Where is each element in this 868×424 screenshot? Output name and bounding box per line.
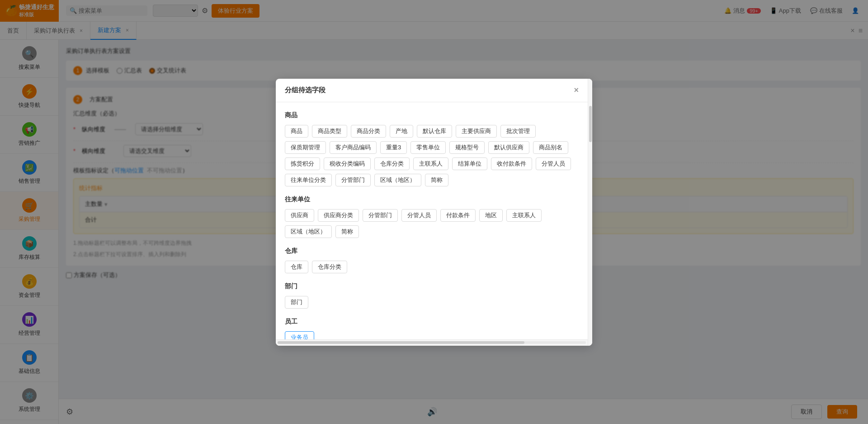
section-title-warehouse: 仓库 [285, 247, 579, 255]
field-tag[interactable]: 主联系人 [506, 209, 542, 222]
field-tag[interactable]: 结算单位 [452, 157, 487, 170]
field-tag[interactable]: 商品 [285, 125, 308, 138]
field-tag[interactable]: 区域（地区） [285, 225, 332, 238]
field-tag[interactable]: 分管人员 [536, 157, 571, 170]
field-tag[interactable]: 分管部门 [363, 209, 398, 222]
field-tag[interactable]: 客户商品编码 [330, 141, 377, 154]
modal-title: 分组待选字段 [285, 86, 326, 95]
field-tag[interactable]: 部门 [285, 296, 308, 309]
field-tag[interactable]: 仓库分类 [374, 157, 410, 170]
field-tag[interactable]: 区域（地区） [374, 174, 421, 186]
field-tag[interactable]: 重量3 [380, 141, 407, 154]
field-tag[interactable]: 税收分类编码 [324, 157, 371, 170]
field-tag[interactable]: 供应商 [285, 209, 314, 222]
warehouse-fields: 仓库 仓库分类 [285, 261, 579, 273]
field-tag[interactable]: 默认仓库 [417, 125, 452, 138]
dept-fields: 部门 [285, 296, 579, 309]
field-tag[interactable]: 简称 [335, 225, 359, 238]
modal-body: 商品 商品 商品类型 商品分类 产地 默认仓库 主要供应商 批次管理 保质期管理… [276, 102, 588, 339]
field-tag[interactable]: 往来单位分类 [285, 174, 332, 186]
field-tag[interactable]: 批次管理 [500, 125, 536, 138]
field-tag[interactable]: 供应商分类 [318, 209, 359, 222]
field-tag[interactable]: 拣货积分 [285, 157, 320, 170]
field-tag[interactable]: 业务员 [285, 331, 314, 339]
field-tag[interactable]: 产地 [390, 125, 413, 138]
section-title-goods: 商品 [285, 111, 579, 119]
modal-header: 分组待选字段 × [276, 79, 588, 102]
field-tag[interactable]: 简称 [425, 174, 448, 186]
field-tag[interactable]: 规格型号 [449, 141, 485, 154]
field-tag[interactable]: 零售单位 [410, 141, 446, 154]
field-tag[interactable]: 主要供应商 [456, 125, 497, 138]
scrollbar-thumb-h [278, 341, 524, 344]
section-title-partners: 往来单位 [285, 195, 579, 204]
field-tag[interactable]: 分管部门 [335, 174, 371, 186]
field-tag[interactable]: 付款条件 [440, 209, 476, 222]
goods-fields: 商品 商品类型 商品分类 产地 默认仓库 主要供应商 批次管理 保质期管理 客户… [285, 125, 579, 186]
partners-fields: 供应商 供应商分类 分管部门 分管人员 付款条件 地区 主联系人 区域（地区） … [285, 209, 579, 238]
field-tag[interactable]: 分管人员 [401, 209, 437, 222]
modal-overlay: 分组待选字段 × 商品 商品 商品类型 商品分类 产地 默认仓库 主要供应商 批… [0, 0, 868, 424]
modal: 分组待选字段 × 商品 商品 商品类型 商品分类 产地 默认仓库 主要供应商 批… [276, 79, 592, 346]
section-title-employee: 员工 [285, 318, 579, 326]
field-tag[interactable]: 默认供应商 [488, 141, 529, 154]
field-tag[interactable]: 商品分类 [351, 125, 386, 138]
field-tag[interactable]: 收付款条件 [491, 157, 532, 170]
field-tag[interactable]: 商品别名 [533, 141, 568, 154]
field-tag[interactable]: 地区 [479, 209, 503, 222]
field-tag[interactable]: 商品类型 [312, 125, 347, 138]
modal-close-button[interactable]: × [574, 86, 579, 94]
field-tag[interactable]: 保质期管理 [285, 141, 326, 154]
scrollbar-thumb-v [589, 106, 592, 142]
section-title-dept: 部门 [285, 282, 579, 291]
field-tag[interactable]: 仓库分类 [312, 261, 347, 273]
modal-h-scrollbar[interactable] [276, 339, 588, 346]
field-tag[interactable]: 主联系人 [413, 157, 448, 170]
field-tag[interactable]: 仓库 [285, 261, 308, 273]
modal-v-scrollbar[interactable] [588, 79, 592, 346]
employee-fields: 业务员 [285, 331, 579, 339]
scrollbar-track [278, 341, 586, 344]
